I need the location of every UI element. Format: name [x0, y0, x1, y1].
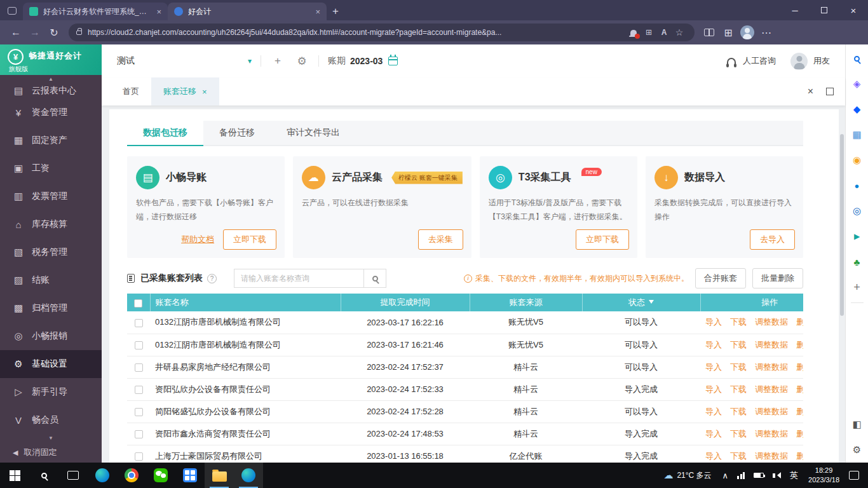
help-question-icon[interactable]: ? [207, 274, 217, 283]
adjust-link[interactable]: 调整数据 [755, 429, 788, 438]
import-link[interactable]: 导入 [705, 317, 722, 327]
notification-center-icon[interactable] [849, 471, 859, 480]
back-button[interactable]: ← [6, 23, 25, 42]
download-link[interactable]: 下载 [730, 362, 747, 372]
file-explorer-icon[interactable] [205, 463, 234, 488]
scrollbar-thumb[interactable] [840, 134, 844, 316]
ime-indicator[interactable]: 英 [785, 463, 803, 488]
profile-avatar[interactable] [738, 23, 757, 42]
calendar-icon[interactable] [388, 57, 398, 65]
download-now-button[interactable]: 立即下载 [576, 229, 629, 250]
tab-audit-export[interactable]: 审计文件导出 [271, 121, 356, 145]
download-link[interactable]: 下载 [730, 340, 747, 349]
delete-link[interactable]: 删除 [796, 362, 803, 372]
sidebar-item-cloud-report[interactable]: ▤ 云报表中心 [0, 83, 102, 98]
row-checkbox[interactable] [135, 319, 143, 327]
vertical-scrollbar[interactable] [840, 109, 844, 459]
sidebar-item-tax[interactable]: ▧ 税务管理 [0, 238, 102, 266]
row-checkbox[interactable] [135, 386, 143, 394]
taskbar-clock[interactable]: 18:29 2023/3/18 [803, 466, 845, 485]
sidebar-item-funds[interactable]: ¥ 资金管理 [0, 98, 102, 126]
sidebar-item-member[interactable]: V 畅会员 [0, 406, 102, 434]
search-icon[interactable] [851, 52, 864, 65]
adjust-link[interactable]: 调整数据 [755, 317, 788, 327]
settings-gear-icon[interactable]: ⚙ [294, 55, 309, 68]
filter-icon[interactable] [649, 300, 654, 306]
start-button[interactable] [0, 463, 29, 488]
import-link[interactable]: 导入 [705, 340, 722, 349]
go-import-button[interactable]: 去导入 [750, 229, 795, 250]
sidebar-settings-icon[interactable]: ⚙ [851, 444, 864, 456]
add-button[interactable]: + [270, 55, 285, 67]
apps-icon[interactable]: ▦ [851, 128, 864, 141]
edge-icon[interactable] [88, 463, 117, 488]
sidebar-item-salary[interactable]: ▣ 工资 [0, 154, 102, 182]
favorite-star-icon[interactable]: ☆ [672, 25, 687, 40]
adjust-link[interactable]: 调整数据 [755, 407, 788, 416]
download-link[interactable]: 下载 [730, 451, 747, 461]
split-screen-icon[interactable] [700, 23, 719, 42]
share-icon[interactable]: ▶ [851, 230, 864, 243]
task-view-icon[interactable] [58, 463, 88, 488]
translate-icon[interactable]: ⊞ [641, 25, 656, 40]
workspaces-icon[interactable] [8, 7, 17, 15]
unpin-sidebar-button[interactable]: ◀ 取消固定 [0, 442, 102, 463]
import-link[interactable]: 导入 [705, 384, 722, 394]
close-all-icon[interactable]: × [808, 86, 813, 97]
people-icon[interactable]: ◉ [851, 154, 864, 166]
tab2-close-icon[interactable]: × [315, 7, 320, 17]
adjust-link[interactable]: 调整数据 [755, 451, 788, 461]
add-sidebar-item-icon[interactable]: + [851, 281, 864, 294]
sidebar-item-archive[interactable]: ▩ 归档管理 [0, 294, 102, 322]
volume-icon[interactable] [768, 463, 785, 488]
download-link[interactable]: 下载 [730, 384, 747, 394]
tab-backup-migrate[interactable]: 备份迁移 [203, 121, 271, 145]
maximize-button[interactable] [810, 0, 839, 20]
close-window-button[interactable]: × [839, 0, 868, 20]
tab1-close-icon[interactable]: × [156, 7, 161, 17]
skype-icon[interactable]: ● [851, 179, 864, 192]
copilot-icon[interactable]: ◈ [851, 78, 864, 90]
download-link[interactable]: 下载 [730, 407, 747, 416]
user-name[interactable]: 用友 [813, 55, 830, 67]
sidebar-panel-icon[interactable]: ◧ [851, 418, 864, 431]
new-tab-button[interactable]: + [327, 3, 344, 20]
chrome-icon[interactable] [117, 463, 146, 488]
wps-icon[interactable] [175, 463, 205, 488]
delete-link[interactable]: 删除 [796, 429, 803, 438]
import-link[interactable]: 导入 [705, 362, 722, 372]
address-bar[interactable]: https://cloud2.chanjet.com/accounting/uh… [69, 24, 695, 41]
go-collect-button[interactable]: 去采集 [418, 229, 463, 250]
merge-accounts-button[interactable]: 合并账套 [695, 268, 746, 288]
delete-link[interactable]: 删除 [796, 407, 803, 416]
import-link[interactable]: 导入 [705, 407, 722, 416]
select-all-checkbox[interactable] [134, 299, 142, 308]
sidebar-item-basic-settings[interactable]: ⚙ 基础设置 [0, 350, 102, 378]
delete-link[interactable]: 删除 [796, 451, 803, 461]
tab-data-package[interactable]: 数据包迁移 [127, 121, 203, 146]
adjust-link[interactable]: 调整数据 [755, 362, 788, 372]
row-checkbox[interactable] [135, 341, 143, 349]
download-link[interactable]: 下载 [730, 317, 747, 327]
more-menu-icon[interactable]: ⋯ [757, 23, 776, 42]
delete-link[interactable]: 删除 [796, 384, 803, 394]
import-link[interactable]: 导入 [705, 451, 722, 461]
battery-icon[interactable] [749, 463, 768, 488]
bing-icon[interactable]: ◆ [851, 103, 864, 116]
sidebar-item-reimburse[interactable]: ◎ 小畅报销 [0, 322, 102, 350]
browser-tab-1[interactable]: 好会计云财务软件管理系统_会计 × [23, 3, 168, 20]
read-aloud-icon[interactable]: A [656, 25, 672, 40]
minimize-button[interactable]: ─ [780, 0, 810, 20]
consult-link[interactable]: 人工咨询 [743, 55, 776, 67]
delete-link[interactable]: 删除 [796, 317, 803, 327]
row-checkbox[interactable] [135, 408, 143, 416]
outlook-icon[interactable]: ◎ [851, 205, 864, 217]
row-checkbox[interactable] [135, 363, 143, 372]
sidebar-item-fixed-assets[interactable]: ▦ 固定资产 [0, 126, 102, 154]
tree-icon[interactable]: ♣ [851, 255, 864, 268]
wechat-icon[interactable] [146, 463, 175, 488]
sidebar-item-guide[interactable]: ▷ 新手引导 [0, 378, 102, 406]
batch-delete-button[interactable]: 批量删除 [752, 268, 803, 288]
company-select[interactable]: 测试 ▾ [117, 55, 252, 67]
tab-close-icon[interactable]: × [202, 87, 207, 97]
